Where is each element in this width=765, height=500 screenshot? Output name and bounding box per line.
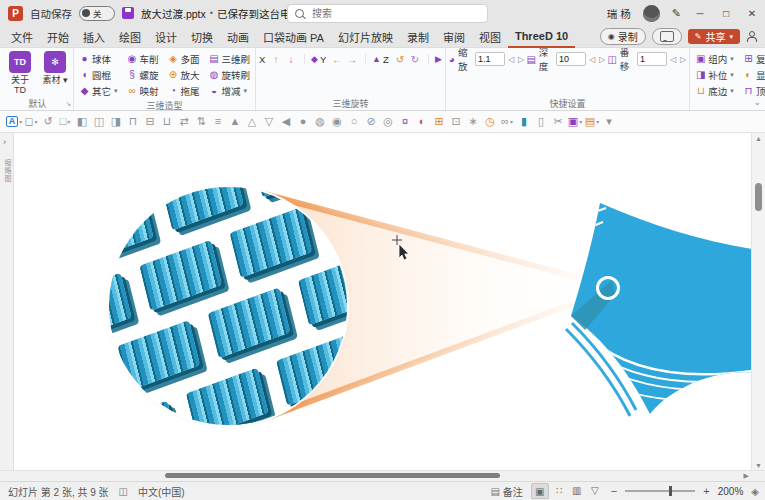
clone-tool-icon[interactable]: ⊞ (431, 116, 447, 127)
vertical-scrollbar[interactable]: ▲ ▼ (751, 133, 765, 471)
horizontal-scrollbar[interactable]: ▶ (0, 470, 765, 481)
align-bottom-icon[interactable]: ⊔ (159, 116, 175, 127)
increase-decrease-button[interactable]: ◒增减▾ (207, 83, 253, 99)
menu-tab[interactable]: 录制 (400, 26, 436, 47)
pyramid-tool-icon[interactable]: ▲ (227, 116, 243, 127)
stack-order-icon[interactable]: ≡ (210, 116, 226, 127)
save-icon[interactable] (122, 7, 134, 19)
spiral-button[interactable]: §螺旋 (125, 67, 161, 83)
slash-tool-icon[interactable]: ⊘ (363, 116, 379, 127)
ring-tool-icon[interactable]: ◎ (380, 116, 396, 127)
pin-tool-icon[interactable]: ¤ (397, 116, 413, 127)
share-button[interactable]: ✎ 共享 ▾ (688, 29, 740, 44)
align-middle-icon[interactable]: ⊟ (142, 116, 158, 127)
presence-icon[interactable] (746, 31, 759, 42)
avatar[interactable] (643, 5, 660, 22)
scroll-down-icon[interactable]: ▼ (752, 462, 765, 469)
pan-input[interactable] (637, 52, 667, 66)
depth-increase-button[interactable]: ▷ (599, 55, 606, 64)
menu-tab[interactable]: 设计 (148, 26, 184, 47)
dialog-launcher-icon[interactable]: ↘ (65, 100, 71, 108)
purple-box-tool-icon[interactable]: ▣▾ (567, 116, 583, 127)
round-stick-button[interactable]: ◖圆棍 (77, 67, 120, 83)
about-td-button[interactable]: TD关于 TD (5, 51, 35, 96)
normal-view-button[interactable]: ▣ (531, 483, 549, 499)
slide[interactable] (13, 133, 752, 471)
menu-tab[interactable]: 切换 (184, 26, 220, 47)
sphere-shaded-icon[interactable]: ◍ (312, 116, 328, 127)
zoom-level[interactable]: 200% (718, 486, 744, 497)
autosave-toggle[interactable]: 关 (79, 6, 115, 21)
menu-tab[interactable]: 口袋动画 PA (256, 26, 331, 47)
rotate-z-pos-button[interactable]: ↺ (394, 54, 406, 65)
shape-tool-icon[interactable]: ◻▾ (23, 116, 39, 127)
zoom-in-button[interactable]: + (703, 485, 709, 497)
lock-icon-icon[interactable]: ▮ (516, 116, 532, 127)
menu-tab[interactable]: 插入 (76, 26, 112, 47)
flip-v-icon[interactable]: ▽ (261, 116, 277, 127)
pan-decrease-button[interactable]: ◁ (670, 55, 677, 64)
rotate-x-neg-button[interactable]: ↓ (285, 54, 297, 65)
frame-tool-icon[interactable]: ⊡ (448, 116, 464, 127)
other-shapes-button[interactable]: ◆其它▾ (77, 83, 120, 99)
thumbnail-pane-collapsed[interactable]: › 缩略图 (0, 133, 14, 471)
align-center-h-icon[interactable]: ◫ (91, 116, 107, 127)
zoom-slider-thumb[interactable] (669, 486, 672, 496)
scale-increase-button[interactable]: ▷ (518, 55, 525, 64)
rotate-x-pos-button[interactable]: ↑ (270, 54, 282, 65)
align-left-icon[interactable]: ◧ (74, 116, 90, 127)
slide-canvas[interactable]: › 缩略图 (0, 133, 765, 481)
scroll-right-icon[interactable]: ▶ (744, 472, 749, 480)
ribbon-collapse-button[interactable]: ⌄ (753, 97, 761, 107)
sphere-button[interactable]: ●球体 (77, 51, 120, 67)
toolbar-collapse-icon[interactable]: ▾ (601, 116, 617, 127)
menu-tab[interactable]: 绘图 (112, 26, 148, 47)
axis-extra-icon[interactable]: ▶ (428, 54, 442, 64)
scale-decrease-button[interactable]: ◁ (508, 55, 515, 64)
zoom-slider[interactable] (625, 490, 695, 492)
menu-tab[interactable]: 审阅 (436, 26, 472, 47)
language-indicator[interactable]: 中文(中国) (138, 484, 185, 499)
slideshow-view-button[interactable]: ▽ (587, 483, 603, 497)
magnify-button[interactable]: ⊕放大 (166, 67, 202, 83)
record-button[interactable]: ◉ 录制 (600, 28, 646, 45)
scale-input[interactable] (475, 52, 505, 66)
flip-h-icon[interactable]: △ (244, 116, 260, 127)
timer-tool-icon[interactable]: ◷ (482, 116, 498, 127)
trail-button[interactable]: ◔拖尾 (166, 83, 202, 99)
rotate-y-neg-button[interactable]: → (346, 54, 358, 65)
rotate-y-pos-button[interactable]: ← (331, 54, 343, 65)
menu-tab[interactable]: 文件 (4, 26, 40, 47)
rotate-z-neg-button[interactable]: ↻ (409, 54, 421, 65)
depth-decrease-button[interactable]: ◁ (589, 55, 596, 64)
pan-increase-button[interactable]: ▷ (680, 55, 687, 64)
menu-tab[interactable]: 幻灯片放映 (331, 26, 400, 47)
horizontal-scroll-thumb[interactable] (165, 473, 500, 478)
bottom-edge-button[interactable]: ⊔底边▾ (693, 83, 736, 99)
polyhedron-button[interactable]: ◈多面 (166, 51, 202, 67)
ellipse-tool-icon[interactable]: ○ (346, 116, 362, 127)
rotate-brush-button[interactable]: ◍旋转刷 (207, 67, 253, 83)
disc-tool-icon[interactable]: ◉ (329, 116, 345, 127)
scissors-tool-icon[interactable]: ✂ (550, 116, 566, 127)
distribute-h-icon[interactable]: ⇄ (176, 116, 192, 127)
scroll-up-icon[interactable]: ▲ (752, 135, 765, 142)
vertical-scroll-thumb[interactable] (755, 183, 762, 211)
distribute-v-icon[interactable]: ⇅ (193, 116, 209, 127)
rotate-tool-icon[interactable]: ↺ (40, 116, 56, 127)
snowflake-tool-icon[interactable]: ∗ (465, 116, 481, 127)
expand-pane-icon[interactable]: › (3, 137, 6, 147)
notes-button[interactable]: ▤ 备注 (490, 484, 522, 499)
search-input[interactable] (310, 7, 444, 20)
menu-tab[interactable]: 视图 (472, 26, 508, 47)
fit-to-window-icon[interactable]: ◈ (751, 486, 759, 497)
align-right-icon[interactable]: ◨ (108, 116, 124, 127)
menu-tab[interactable]: 开始 (40, 26, 76, 47)
text-box-icon[interactable]: A▾ (6, 116, 22, 127)
accessibility-icon[interactable]: ◫ (119, 486, 128, 497)
in-group-button[interactable]: ▣组内▾ (693, 51, 736, 67)
copy-button[interactable]: ⊞复制 (741, 51, 765, 67)
depth-input[interactable] (556, 52, 586, 66)
close-button[interactable]: ✕ (745, 8, 759, 19)
eye-tool-icon[interactable]: ◐ (414, 116, 430, 127)
